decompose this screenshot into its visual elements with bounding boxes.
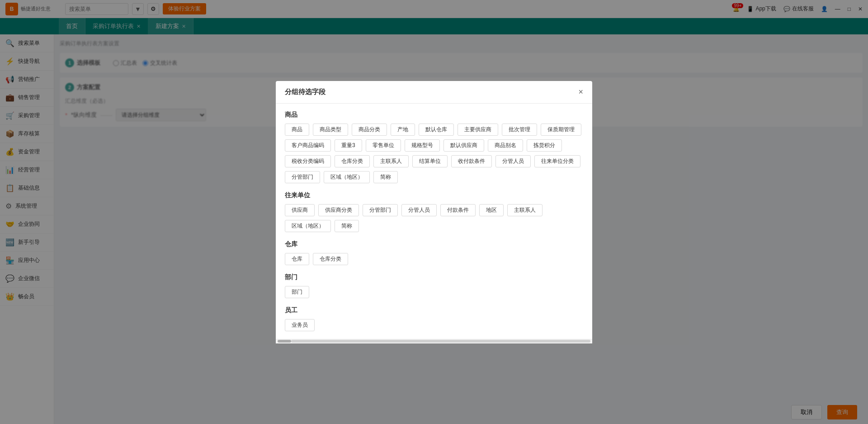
field-tag-customer-code[interactable]: 客户商品编码 <box>285 139 331 152</box>
field-tag-goods-alias[interactable]: 商品别名 <box>488 139 523 152</box>
field-tag-goods-category[interactable]: 商品分类 <box>352 124 387 136</box>
field-tag-salesperson[interactable]: 业务员 <box>285 319 315 331</box>
field-tag-supplier-category[interactable]: 供应商分类 <box>318 204 359 216</box>
employee-tags: 业务员 <box>285 319 583 331</box>
field-tag-warehouse-cat[interactable]: 仓库分类 <box>313 253 348 265</box>
modal-close-button[interactable]: × <box>578 87 583 97</box>
field-tag-payment-terms[interactable]: 收付款条件 <box>451 155 492 167</box>
field-tag-partner-category[interactable]: 往来单位分类 <box>534 155 580 167</box>
section-employee: 员工 业务员 <box>285 306 583 331</box>
modal-dialog: 分组待选字段 × 商品 商品 商品类型 商品分类 产地 默认仓库 主要供应商 批… <box>276 81 592 343</box>
field-tag-main-contact-partner[interactable]: 主联系人 <box>507 204 542 216</box>
field-tag-short-name-partner[interactable]: 简称 <box>335 220 359 232</box>
field-tag-default-warehouse[interactable]: 默认仓库 <box>419 124 454 136</box>
section-warehouse: 仓库 仓库 仓库分类 <box>285 240 583 265</box>
section-employee-title: 员工 <box>285 306 583 314</box>
field-tag-retail-unit[interactable]: 零售单位 <box>366 139 401 152</box>
field-tag-person-partner[interactable]: 分管人员 <box>401 204 437 216</box>
modal-overlay: 分组待选字段 × 商品 商品 商品类型 商品分类 产地 默认仓库 主要供应商 批… <box>0 0 868 424</box>
modal-header: 分组待选字段 × <box>276 81 592 104</box>
field-tag-region-partner[interactable]: 区域（地区） <box>285 220 331 232</box>
hscroll-thumb <box>278 340 291 343</box>
field-tag-tax-code[interactable]: 税收分类编码 <box>285 155 331 167</box>
field-tag-payment-cond[interactable]: 付款条件 <box>440 204 476 216</box>
field-tag-main-contact[interactable]: 主联系人 <box>373 155 409 167</box>
goods-tags: 商品 商品类型 商品分类 产地 默认仓库 主要供应商 批次管理 保质期管理 客户… <box>285 124 583 183</box>
field-tag-pick-points[interactable]: 拣货积分 <box>527 139 562 152</box>
field-tag-default-supplier[interactable]: 默认供应商 <box>443 139 484 152</box>
field-tag-main-supplier[interactable]: 主要供应商 <box>458 124 498 136</box>
section-goods: 商品 商品 商品类型 商品分类 产地 默认仓库 主要供应商 批次管理 保质期管理… <box>285 111 583 183</box>
partner-tags: 供应商 供应商分类 分管部门 分管人员 付款条件 地区 主联系人 区域（地区） … <box>285 204 583 232</box>
field-tag-region-goods[interactable]: 区域（地区） <box>324 171 370 183</box>
field-tag-goods-type[interactable]: 商品类型 <box>313 124 348 136</box>
field-tag-warehouse-category[interactable]: 仓库分类 <box>335 155 370 167</box>
field-tag-supervisor[interactable]: 分管人员 <box>495 155 531 167</box>
section-dept-title: 部门 <box>285 273 583 281</box>
field-tag-short-name[interactable]: 简称 <box>373 171 398 183</box>
field-tag-dept[interactable]: 部门 <box>285 286 309 298</box>
field-tag-shelf-life[interactable]: 保质期管理 <box>541 124 581 136</box>
dept-tags: 部门 <box>285 286 583 298</box>
field-tag-settlement-unit[interactable]: 结算单位 <box>412 155 448 167</box>
section-partner: 往来单位 供应商 供应商分类 分管部门 分管人员 付款条件 地区 主联系人 区域… <box>285 191 583 232</box>
section-warehouse-title: 仓库 <box>285 240 583 248</box>
field-tag-goods[interactable]: 商品 <box>285 124 309 136</box>
field-tag-dept-mgmt[interactable]: 分管部门 <box>285 171 320 183</box>
field-tag-dept-partner[interactable]: 分管部门 <box>363 204 398 216</box>
field-tag-spec-type[interactable]: 规格型号 <box>405 139 440 152</box>
warehouse-tags: 仓库 仓库分类 <box>285 253 583 265</box>
modal-title: 分组待选字段 <box>285 88 326 96</box>
section-dept: 部门 部门 <box>285 273 583 298</box>
field-tag-warehouse[interactable]: 仓库 <box>285 253 309 265</box>
modal-horizontal-scrollbar[interactable] <box>276 339 592 343</box>
section-goods-title: 商品 <box>285 111 583 119</box>
field-tag-weight[interactable]: 重量3 <box>335 139 362 152</box>
field-tag-supplier[interactable]: 供应商 <box>285 204 315 216</box>
field-tag-origin[interactable]: 产地 <box>391 124 415 136</box>
section-partner-title: 往来单位 <box>285 191 583 200</box>
field-tag-batch-mgmt[interactable]: 批次管理 <box>502 124 537 136</box>
hscroll-track <box>291 340 590 343</box>
modal-body[interactable]: 商品 商品 商品类型 商品分类 产地 默认仓库 主要供应商 批次管理 保质期管理… <box>276 104 592 339</box>
field-tag-area[interactable]: 地区 <box>479 204 504 216</box>
